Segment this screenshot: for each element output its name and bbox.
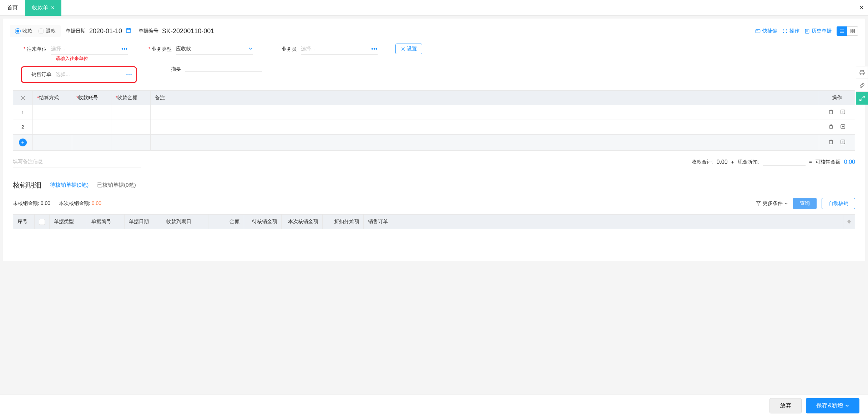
th-amount: 收款金额 [111,91,151,105]
history-button[interactable]: 历史单据 [804,28,832,34]
view-grid-button[interactable] [847,26,858,36]
sort-icon[interactable] [843,215,855,229]
tabs-bar: 首页 收款单 × × [0,0,868,16]
vt-date: 单据日期 [125,215,162,229]
delete-icon[interactable] [828,139,834,146]
cell-account[interactable] [72,105,111,120]
settings-column[interactable] [13,91,33,105]
sales-label: 业务员 [271,46,301,52]
close-all-icon[interactable]: × [859,4,864,12]
pending-amount-value: 0.00 [41,200,50,206]
cell-remark[interactable] [151,120,819,134]
vt-checkbox-all[interactable] [35,215,50,229]
receive-total-value: 0.00 [716,159,727,165]
verification-header: 核销明细 待核销单据(0笔) 已核销单据(0笔) [13,180,855,190]
cell-remark[interactable] [151,105,819,120]
close-icon[interactable]: × [51,5,54,11]
svg-rect-17 [851,29,852,31]
svg-point-10 [786,32,787,33]
biz-type-field: 业务类型 应收款 [146,44,253,55]
vt-idx: 序号 [13,215,35,229]
cell-settle[interactable] [33,120,72,134]
auto-verify-button[interactable]: 自动核销 [822,198,855,209]
bill-date-value[interactable]: 2020-01-10 [89,27,122,35]
settings-button[interactable]: 设置 [395,44,422,54]
partner-input[interactable]: 选择... ••• [51,44,128,55]
query-button[interactable]: 查询 [793,198,817,209]
radio-refund[interactable]: 退款 [38,28,56,34]
tab-verified[interactable]: 已核销单据(0笔) [97,182,136,189]
sales-order-input[interactable]: 选择... ••• [56,69,132,80]
row-index: 2 [13,120,33,134]
operation-button[interactable]: 操作 [782,28,799,34]
svg-rect-4 [756,29,760,32]
biz-type-select[interactable]: 应收款 [176,44,253,55]
th-action: 操作 [819,91,855,105]
cell-account[interactable] [72,120,111,134]
view-list-button[interactable] [837,26,847,36]
chevron-down-icon [248,46,253,52]
equals-sign: = [809,159,812,165]
add-row-icon[interactable] [840,139,846,146]
biz-type-label: 业务类型 [146,46,176,52]
svg-rect-18 [853,29,854,31]
radio-receive[interactable]: 收款 [15,28,32,34]
main-panel: 收款 退款 单据日期 2020-01-10 单据编号 SK-20200110-0… [3,19,865,261]
svg-rect-23 [830,111,833,114]
vt-amt: 金额 [208,215,244,229]
shortcut-button[interactable]: 快捷键 [755,28,777,34]
radio-receive-label: 收款 [22,28,32,34]
radio-refund-label: 退款 [46,28,56,34]
svg-rect-20 [853,31,854,33]
sales-field: 业务员 选择... ••• [271,44,378,55]
radio-icon [38,28,44,34]
summary-input[interactable] [185,67,262,72]
svg-point-8 [786,29,787,30]
tab-home[interactable]: 首页 [0,0,25,16]
bill-remark-input[interactable]: 填写备注信息 [13,156,141,167]
tab-receipt[interactable]: 收款单 × [25,0,61,16]
more-icon[interactable]: ••• [121,46,128,52]
verify-table: 序号 单据类型 单据编号 单据日期 收款到期日 金额 待核销金额 本次核销金额 … [13,214,855,229]
calendar-icon[interactable] [126,27,131,35]
bill-date-field: 单据日期 2020-01-10 [66,27,131,35]
plus-sign: + [731,159,734,165]
svg-marker-43 [847,222,851,224]
offset-value: 0.00 [844,159,855,165]
more-icon[interactable]: ••• [371,46,378,52]
top-bar: 收款 退款 单据日期 2020-01-10 单据编号 SK-20200110-0… [3,19,865,41]
delete-icon[interactable] [828,124,834,130]
side-print-icon[interactable] [856,66,868,79]
side-link-icon[interactable] [856,79,868,92]
radio-icon [15,28,21,34]
add-row-icon[interactable] [840,109,846,116]
cell-settle[interactable] [33,105,72,120]
svg-rect-0 [126,29,131,32]
delete-icon[interactable] [828,109,834,116]
vt-no: 单据编号 [87,215,125,229]
sales-input[interactable]: 选择... ••• [301,44,378,55]
cell-action [819,120,855,134]
svg-marker-41 [757,202,761,206]
cell-amount[interactable] [111,105,151,120]
vt-type: 单据类型 [50,215,87,229]
discount-label: 现金折扣: [738,159,759,165]
more-icon[interactable]: ••• [126,72,132,77]
type-radio-group: 收款 退款 [10,25,61,37]
receive-total-label: 收款合计: [692,159,713,165]
verification-section: 核销明细 待核销单据(0笔) 已核销单据(0笔) 未核销金额: 0.00 本次核… [3,173,865,236]
tab-pending[interactable]: 待核销单据(0笔) [50,182,89,189]
add-row-icon[interactable] [840,124,846,130]
more-conditions-button[interactable]: 更多条件 [756,200,788,207]
cell-amount[interactable] [111,120,151,134]
summary-row: 填写备注信息 收款合计: 0.00 + 现金折扣: = 可核销金额 0.00 [3,151,865,173]
table-row: 1 [13,105,855,120]
add-row-button[interactable]: + [13,135,33,150]
summary-field: 摘要 [155,66,262,72]
row-index: 1 [13,105,33,120]
side-expand-icon[interactable] [856,92,868,105]
discount-input[interactable] [763,159,806,166]
form-row-2: 销售订单 选择... ••• 摘要 [3,64,865,85]
svg-rect-35 [830,141,833,144]
th-account: 收款账号 [72,91,111,105]
